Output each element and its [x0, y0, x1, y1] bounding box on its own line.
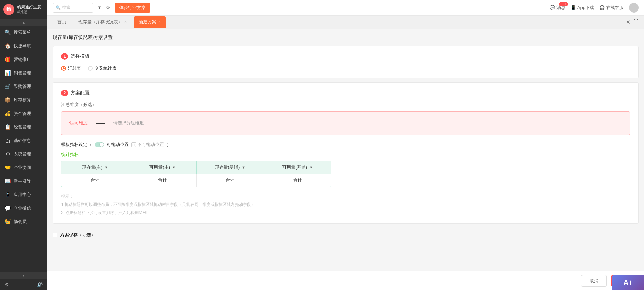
sidebar-item-inventory[interactable]: 📦 库存核算: [0, 93, 47, 107]
messages-button[interactable]: 💬 消息 99+: [550, 5, 565, 11]
sidebar-item-label: 应用中心: [14, 192, 31, 198]
save-checkbox[interactable]: [53, 233, 57, 237]
sys-manage-icon: ⚙: [5, 151, 11, 157]
page-title: 现存量(库存状况表)方案设置: [53, 34, 639, 41]
template-config-label: 模板指标设定（ 可拖动位置 ⊡ 不可拖动位置 ）: [61, 142, 630, 148]
stats-col-available-main[interactable]: 可用量(主) ▼: [129, 161, 197, 174]
stats-col-current-main[interactable]: 现存量(主) ▼: [61, 161, 129, 174]
tab-home-label: 首页: [57, 19, 66, 25]
newbie-icon: 📖: [5, 178, 11, 184]
tip-2: 2. 点击标题栏下拉可设置排序、插入列和删除列: [61, 209, 630, 217]
non-draggable-indicator: ⊡ 不可拖动位置: [131, 142, 164, 148]
radio-crosstab[interactable]: 交叉统计表: [88, 65, 117, 71]
col-current-aux-label: 现存量(基辅): [215, 164, 240, 170]
footer-bar: 取消 查询: [47, 271, 644, 290]
corp-wechat-icon: 💬: [5, 205, 11, 211]
tabbar-right: ✕ ⛶: [626, 19, 639, 25]
sidebar-item-label: 销售管理: [14, 70, 31, 76]
radio-summary[interactable]: 汇总表: [61, 65, 81, 71]
sidebar-item-enterprise[interactable]: 🤝 企业协同: [0, 161, 47, 174]
radio-summary-label: 汇总表: [68, 65, 81, 71]
draggable-dot: [100, 143, 104, 147]
online-service-label: 在线客服: [606, 5, 624, 11]
stats-table: 现存量(主) ▼ 可用量(主) ▼ 现存量(基辅) ▼ 可用量(基辅): [61, 161, 331, 187]
stats-col-current-aux[interactable]: 现存量(基辅) ▼: [197, 161, 264, 174]
sidebar-item-corp-wechat[interactable]: 💬 企业微信: [0, 201, 47, 215]
sidebar-item-label: 搜索菜单: [14, 29, 31, 35]
audio-icon[interactable]: 🔊: [37, 282, 43, 287]
avatar: [629, 3, 639, 13]
tab-inventory-close-icon[interactable]: ×: [124, 20, 127, 24]
non-drag-icon: ⊡: [131, 142, 136, 147]
tab-new-scheme[interactable]: 新建方案 ×: [134, 16, 166, 28]
sidebar-scroll-up[interactable]: ▲: [0, 19, 47, 26]
online-service-button[interactable]: 🎧 在线客服: [599, 5, 624, 11]
step1-num: 1: [61, 53, 68, 60]
settings-icon[interactable]: ⚙: [5, 282, 9, 287]
step1-card: 1 选择模板 汇总表 交叉统计表: [53, 46, 639, 78]
sidebar-item-quick-nav[interactable]: 🏠 快捷导航: [0, 39, 47, 53]
sidebar-item-search-menu[interactable]: 🔍 搜索菜单: [0, 26, 47, 39]
col-available-aux-label: 可用量(基辅): [282, 164, 307, 170]
user-area[interactable]: [629, 3, 639, 13]
template-radio-group: 汇总表 交叉统计表: [61, 65, 630, 71]
non-draggable-label: 不可拖动位置: [138, 142, 164, 148]
sidebar-item-operations[interactable]: 📋 经营管理: [0, 120, 47, 134]
app-download-button[interactable]: 📱 App下载: [571, 5, 594, 11]
quick-nav-icon: 🏠: [5, 43, 11, 49]
sidebar-item-label: 企业协同: [14, 165, 31, 171]
sidebar-item-basic-info[interactable]: 🗂 基础信息: [0, 134, 47, 147]
app-center-icon: 📱: [5, 192, 11, 198]
sidebar-item-app-center[interactable]: 📱 应用中心: [0, 188, 47, 201]
search-icon: 🔍: [56, 5, 61, 10]
sidebar-item-label: 采购管理: [14, 83, 31, 90]
vertical-dim-required: *纵向维度: [68, 120, 88, 126]
cancel-button[interactable]: 取消: [581, 275, 607, 287]
tab-new-scheme-label: 新建方案: [139, 19, 156, 25]
sidebar-item-vip[interactable]: 👑 畅会员: [0, 215, 47, 228]
operations-icon: 📋: [5, 124, 11, 130]
tab-new-scheme-close-icon[interactable]: ×: [158, 20, 161, 24]
stats-col-available-aux[interactable]: 可用量(基辅) ▼: [264, 161, 331, 174]
sidebar-item-label: 快捷导航: [14, 43, 31, 49]
col-available-aux-caret[interactable]: ▼: [309, 165, 313, 169]
sidebar: 畅 畅康通好生意 标准版 ▲ 🔍 搜索菜单 🏠 快捷导航 🎁 营销推广 📊 销售…: [0, 0, 47, 290]
sidebar-item-finance[interactable]: 💰 资金管理: [0, 107, 47, 120]
sidebar-scroll-down[interactable]: ▼: [0, 272, 47, 279]
draggable-label: 可拖动位置: [107, 142, 129, 148]
dim-placeholder[interactable]: 请选择分组维度: [113, 120, 144, 126]
trial-button[interactable]: 体验行业方案: [115, 3, 150, 13]
content-area: 现存量(库存状况表)方案设置 1 选择模板 汇总表 交叉统计表 2: [47, 29, 644, 271]
sidebar-item-sales[interactable]: 📊 销售管理: [0, 66, 47, 80]
sidebar-item-newbie[interactable]: 📖 新手引导: [0, 174, 47, 188]
sidebar-item-label: 库存核算: [14, 97, 31, 103]
expand-panel-icon[interactable]: ⛶: [633, 19, 639, 25]
radio-crosstab-label: 交叉统计表: [95, 65, 117, 71]
topbar-gear-icon[interactable]: ⚙: [106, 4, 110, 11]
headset-icon: 🎧: [599, 5, 605, 10]
col-current-main-caret[interactable]: ▼: [104, 165, 108, 169]
tip-1: 1.拖动标题栏可以调整布局，不可跨维度或指标区域拖动栏目字段（只能在同一维度或指…: [61, 200, 630, 209]
sales-icon: 📊: [5, 70, 11, 76]
sidebar-item-label: 营销推广: [14, 56, 31, 63]
close-panel-icon[interactable]: ✕: [626, 19, 630, 25]
sidebar-item-purchase[interactable]: 🛒 采购管理: [0, 80, 47, 93]
stats-body-current-aux: 合计: [197, 174, 264, 187]
app-edition: 标准版: [17, 10, 41, 15]
col-current-aux-caret[interactable]: ▼: [242, 165, 245, 169]
tab-home[interactable]: 首页: [53, 16, 71, 28]
topbar-dropdown[interactable]: ▼: [97, 5, 102, 10]
search-box[interactable]: 🔍 搜索: [53, 3, 93, 13]
sidebar-item-marketing[interactable]: 🎁 营销推广: [0, 53, 47, 66]
topbar-right: 💬 消息 99+ 📱 App下载 🎧 在线客服: [550, 3, 639, 13]
dimension-box: *纵向维度 —— 请选择分组维度: [61, 111, 630, 135]
finance-icon: 💰: [5, 111, 11, 117]
tabbar: 首页 现存量（库存状况表） × 新建方案 × ✕ ⛶: [47, 16, 644, 29]
dim-arrow: ——: [96, 120, 105, 126]
sidebar-item-sys-manage[interactable]: ⚙ 系统管理: [0, 147, 47, 161]
col-available-main-caret[interactable]: ▼: [172, 165, 176, 169]
vip-icon: 👑: [5, 219, 11, 225]
enterprise-icon: 🤝: [5, 165, 11, 171]
tab-inventory-status[interactable]: 现存量（库存状况表） ×: [74, 16, 131, 28]
ai-badge: Ai: [612, 275, 644, 290]
